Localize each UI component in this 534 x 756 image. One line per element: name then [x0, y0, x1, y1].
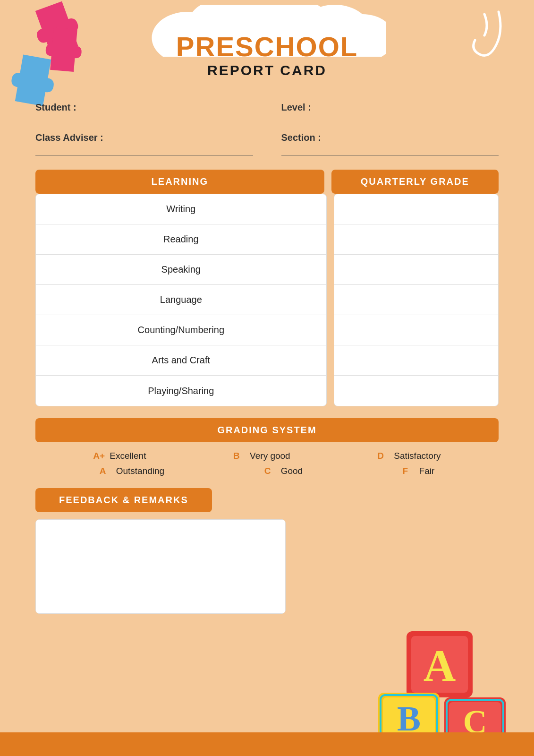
learning-column: Writing Reading Speaking Language Counti… — [35, 194, 327, 406]
table-row: Reading — [36, 224, 326, 255]
feedback-header: FEEDBACK & REMARKS — [35, 488, 212, 512]
feedback-textarea[interactable] — [35, 519, 286, 614]
learning-header: LEARNING — [35, 170, 324, 194]
abc-blocks-decoration: A B C — [378, 631, 510, 742]
student-info-row2: Class Adviser : Section : — [35, 132, 499, 155]
table-row: Playing/Sharing — [36, 376, 326, 406]
grade-letter-c: C — [264, 466, 276, 476]
student-label: Student : — [35, 102, 253, 113]
student-info-row1: Student : Level : — [35, 102, 499, 125]
student-field: Student : — [35, 102, 253, 125]
section-input-line[interactable] — [281, 145, 499, 155]
grade-cell[interactable] — [334, 224, 498, 255]
grade-letter-aplus: A+ — [93, 451, 105, 461]
grading-system-header: GRADING SYSTEM — [35, 418, 499, 442]
grade-letter-a: A — [100, 466, 111, 476]
grade-desc-c: Good — [281, 466, 303, 476]
grades-table: Writing Reading Speaking Language Counti… — [35, 194, 499, 406]
bottom-bar — [0, 732, 534, 756]
grade-cell[interactable] — [334, 376, 498, 406]
level-field: Level : — [281, 102, 499, 125]
grade-item-c: C Good — [264, 466, 303, 476]
class-adviser-input-line[interactable] — [35, 145, 253, 155]
grade-cell[interactable] — [334, 194, 498, 224]
grade-desc-d: Satisfactory — [394, 451, 441, 461]
grade-item-d: D Satisfactory — [377, 451, 441, 461]
grading-grid-row2: A Outstanding C Good F Fair — [35, 466, 499, 476]
grade-item-f: F Fair — [403, 466, 435, 476]
grade-letter-f: F — [403, 466, 415, 476]
grading-grid-row1: A+ Excellent B Very good D Satisfactory — [35, 451, 499, 461]
table-row: Language — [36, 285, 326, 315]
grade-cell[interactable] — [334, 285, 498, 315]
class-adviser-field: Class Adviser : — [35, 132, 253, 155]
grade-column — [334, 194, 499, 406]
grade-letter-b: B — [233, 451, 245, 461]
grade-item-aplus: A+ Excellent — [93, 451, 146, 461]
cloud-header: PRESCHOOL REPORT CARD — [35, 24, 499, 88]
grade-letter-d: D — [377, 451, 389, 461]
grade-cell[interactable] — [334, 315, 498, 345]
grade-cell[interactable] — [334, 345, 498, 376]
grade-desc-f: Fair — [419, 466, 435, 476]
grade-desc-a: Outstanding — [116, 466, 164, 476]
student-input-line[interactable] — [35, 115, 253, 125]
report-card-subtitle: REPORT CARD — [176, 62, 358, 78]
svg-text:A: A — [424, 641, 456, 691]
grade-item-a: A Outstanding — [100, 466, 164, 476]
grade-cell[interactable] — [334, 255, 498, 285]
grade-desc-b: Very good — [250, 451, 290, 461]
level-input-line[interactable] — [281, 115, 499, 125]
grade-item-b: B Very good — [233, 451, 290, 461]
table-header-row: LEARNING QUARTERLY GRADE — [35, 170, 499, 194]
feedback-section: FEEDBACK & REMARKS — [35, 476, 499, 614]
section-label: Section : — [281, 132, 499, 143]
table-row: Arts and Craft — [36, 345, 326, 376]
grade-header: QUARTERLY GRADE — [331, 170, 499, 194]
table-row: Counting/Numbering — [36, 315, 326, 345]
level-label: Level : — [281, 102, 499, 113]
table-row: Speaking — [36, 255, 326, 285]
preschool-title: PRESCHOOL — [176, 31, 358, 62]
main-content: PRESCHOOL REPORT CARD Student : Level : … — [35, 24, 499, 614]
section-field: Section : — [281, 132, 499, 155]
grade-desc-aplus: Excellent — [110, 451, 146, 461]
class-adviser-label: Class Adviser : — [35, 132, 253, 143]
table-row: Writing — [36, 194, 326, 224]
